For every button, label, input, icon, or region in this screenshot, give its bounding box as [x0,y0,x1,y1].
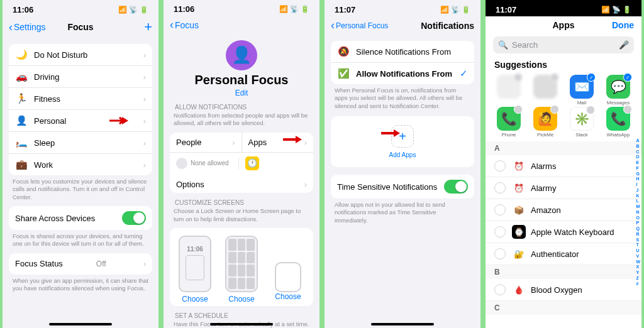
selected-icon: ✓ [587,73,596,82]
allow-group: People› Apps › None allowed 🕐 Options› [170,133,313,194]
add-button[interactable]: + [144,19,152,35]
back-button[interactable]: ‹Settings [9,21,46,34]
svg-marker-0 [122,117,128,124]
sub-row: None allowed 🕐 [170,152,313,174]
row-focus-status[interactable]: Focus StatusOff› [9,253,152,275]
checkmark-icon: ✓ [460,68,468,79]
status-indicators: 📶 📡 🔋 [279,5,309,13]
home-screen-preview [225,236,258,292]
app-whatsapp[interactable]: 📞WhatsApp [600,107,636,138]
row-silence[interactable]: 🔕Silence Notifications From [331,41,474,63]
apps-cell[interactable]: Apps › [242,133,314,152]
select-circle[interactable] [494,160,506,172]
apps-sub: 🕐 [239,156,308,170]
row-label: Do Not Disturb [34,50,87,60]
back-button[interactable]: ‹Focus [170,18,199,31]
mic-icon: 🎤 [619,40,629,50]
status-bar: 11:06 📶 📡 🔋 [3,0,158,16]
row-personal[interactable]: 👤Personal › [9,110,152,132]
status-indicators: 📶 📡 🔋 [601,6,631,14]
lock-screen-card[interactable]: 11:06 Choose [174,236,216,303]
toggle-share[interactable] [122,211,146,225]
amazon-icon: 📦 [512,203,526,217]
select-circle[interactable] [494,182,506,194]
status-time: 11:06 [13,5,33,14]
app-phone[interactable]: 📞Phone [491,107,527,138]
edit-link[interactable]: Edit [164,89,319,97]
app-pickme[interactable]: 🙋PickMe [527,107,564,138]
page-title: Notifications [421,21,474,31]
status-group: Focus StatusOff› [9,253,152,275]
row-share[interactable]: Share Across Devices [9,206,152,230]
pointer-arrow-icon [380,129,401,138]
sheet-title: Apps [553,20,575,30]
slack-icon: ✳️ [570,107,594,131]
app-blurred[interactable] [491,75,527,106]
row-dnd[interactable]: 🌙Do Not Disturb› [9,44,152,66]
section-header: ALLOW NOTIFICATIONS [164,97,319,112]
add-apps-box[interactable]: + Add Apps [331,116,474,167]
app-slack[interactable]: ✳️Slack [564,107,600,138]
people-cell[interactable]: People› [170,133,242,152]
app-row[interactable]: 🩸Blood Oxygen [486,279,641,301]
select-circle[interactable] [494,204,506,216]
toggle-time-sensitive[interactable] [444,180,468,194]
svg-rect-4 [381,132,395,134]
app-mail[interactable]: ✉️✓Mail [564,75,600,106]
unselected-icon [550,73,559,82]
row-driving[interactable]: 🚗Driving› [9,66,152,88]
watch-card[interactable]: Choose [267,236,309,303]
row-label: Time Sensitive Notifications [337,182,437,192]
search-field[interactable]: 🔍 Search 🎤 [493,36,634,53]
row-options[interactable]: Options› [170,174,313,194]
app-row[interactable]: ⏰Alarms [486,155,641,177]
app-row[interactable]: 🔐Authenticator [486,243,641,265]
alpha-index[interactable]: ABCDEFGHIJKLMNOPQRSTUVWXYZ# [636,138,640,287]
row-label: Options [176,180,204,189]
focus-avatar: 👤 [226,40,257,70]
select-circle[interactable] [494,284,506,295]
app-icon [497,75,521,99]
home-indicator[interactable] [49,323,112,325]
cell-label: People [176,138,201,147]
row-time-sensitive[interactable]: Time Sensitive Notifications [331,175,474,199]
choose-link[interactable]: Choose [228,295,254,303]
row-label: Sleep [34,138,55,148]
app-row[interactable]: ⌚Apple Watch Keyboard [486,221,641,243]
chevron-right-icon: › [143,138,146,148]
row-work[interactable]: 💼Work› [9,154,152,175]
status-bar: 11:07 📶 📡 🔋 [486,0,641,16]
blood-icon: 🩸 [512,283,526,297]
app-blurred[interactable] [527,75,564,106]
status-bar: 11:06 📶 📡 🔋 [164,0,319,16]
section-c: C [486,301,641,315]
app-label: Mail [577,100,587,106]
status-time: 11:07 [496,5,516,14]
row-sleep[interactable]: 🛏️Sleep› [9,132,152,154]
row-allow[interactable]: ✅Allow Notifications From✓ [331,63,474,84]
app-row[interactable]: ⏰Alarmy [486,177,641,199]
home-indicator[interactable] [210,323,273,325]
sub-label: None allowed [191,160,229,167]
footer-text: When you give an app permission, it can … [3,275,158,293]
chevron-left-icon: ‹ [331,19,335,32]
status-time: 11:07 [335,5,355,14]
choose-link[interactable]: Choose [182,295,208,303]
customize-group: 11:06 Choose Choose Choose [170,228,313,306]
home-screen-card[interactable]: Choose [220,236,263,303]
back-button[interactable]: ‹Personal Focus [331,19,388,32]
app-messages[interactable]: 💬✓Messages [600,75,636,106]
chevron-right-icon: › [143,160,146,170]
done-button[interactable]: Done [612,20,634,30]
search-placeholder: Search [512,40,538,50]
app-row[interactable]: 📦Amazon [486,199,641,221]
search-icon: 🔍 [498,40,508,50]
select-circle[interactable] [494,248,506,260]
avatar-placeholder-icon [176,158,187,169]
row-fitness[interactable]: 🏃Fitness› [9,88,152,110]
chevron-right-icon: › [232,138,235,147]
choose-link[interactable]: Choose [275,292,301,301]
home-indicator[interactable] [371,323,434,325]
checkmark-seal-icon: ✅ [337,68,350,79]
select-circle[interactable] [494,226,506,238]
